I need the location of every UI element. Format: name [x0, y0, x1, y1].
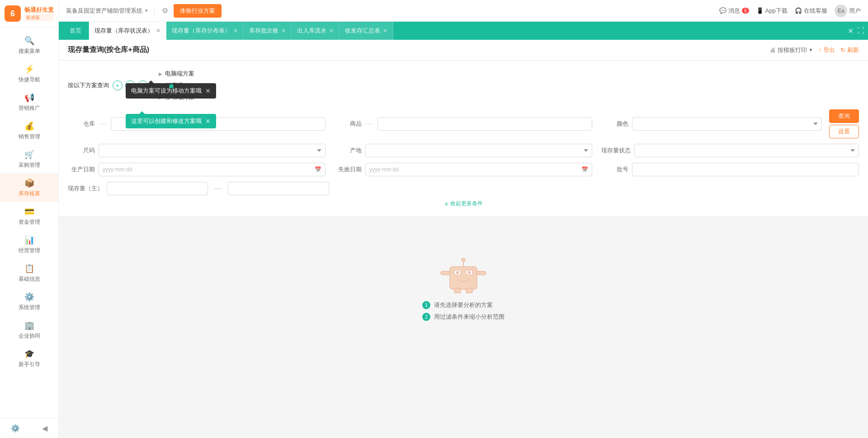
topbar-divider [154, 6, 155, 15]
filter-row-4: 现存量（主） — [68, 182, 859, 195]
tab-batch-ledger[interactable]: 库存批次账 ✕ [244, 22, 292, 40]
tab-close-inventory-dist[interactable]: ✕ [233, 28, 238, 34]
sidebar-item-search[interactable]: 🔍 搜索菜单 [0, 31, 58, 60]
filter-color: 颜色 查询 设置 [601, 109, 859, 138]
stock-qty-max[interactable] [228, 182, 329, 195]
topbar-gear-icon[interactable]: ⚙ [162, 6, 168, 15]
export-button[interactable]: ↑ 导出 [819, 46, 835, 54]
tab-close-all-icon[interactable]: ✕ [848, 27, 854, 35]
schema-popup-close[interactable]: ✕ [205, 87, 211, 94]
tab-close-recv-summary[interactable]: ✕ [383, 28, 387, 34]
page-actions: 🖨 按模板打印 ▼ ↑ 导出 ↻ 刷新 [770, 46, 859, 54]
svg-point-4 [468, 271, 471, 274]
empty-step-2: 2 用过滤条件来缩小分析范围 [422, 313, 505, 321]
svg-point-3 [456, 271, 459, 274]
empty-steps: 1 请先选择要分析的方案 2 用过滤条件来缩小分析范围 [422, 301, 505, 321]
logo-text: 畅通好生意 标准版 [24, 6, 54, 21]
avatar: Ea [835, 5, 847, 17]
sidebar-item-marketing[interactable]: 📢 营销推广 [0, 88, 58, 117]
sidebar-logo: 6 畅通好生意 标准版 [0, 0, 58, 28]
main-area: 装备及固定资产辅助管理系统 ▼ ⚙ 体验行业方案 💬 消息 6 📱 App下载 … [59, 0, 868, 438]
tab-inventory-status[interactable]: 现存量（库存状况表） ✕ [89, 22, 166, 40]
sidebar-item-purchase[interactable]: 🛒 采购管理 [0, 145, 58, 174]
filter-exp-date: 失效日期 yyyy-mm-dd 📅 [335, 163, 592, 176]
filter-size: 尺码 [68, 144, 326, 157]
batch-input[interactable] [632, 163, 859, 176]
trial-button[interactable]: 体验行业方案 [174, 4, 222, 18]
message-button[interactable]: 💬 消息 6 [719, 7, 749, 15]
tab-in-out-flow[interactable]: 出入库流水 ✕ [292, 22, 340, 40]
sidebar-item-enterprise[interactable]: 🏢 企业协同 [0, 316, 58, 344]
svg-rect-10 [466, 288, 472, 293]
svg-rect-0 [450, 267, 477, 289]
empty-illustration [439, 253, 488, 294]
page-content: 现存量查询(按仓库+商品) 🖨 按模板打印 ▼ ↑ 导出 ↻ 刷新 [59, 40, 868, 438]
sidebar-item-inventory[interactable]: 📦 库存核算 [0, 174, 58, 202]
sales-icon: 💰 [24, 121, 34, 131]
filter-batch: 批号 [601, 163, 859, 176]
calendar-icon2: 📅 [581, 166, 588, 173]
prod-date-start[interactable]: yyyy-mm-dd 📅 [99, 163, 326, 176]
add-schema-button[interactable]: + [113, 80, 123, 90]
sidebar-item-basic[interactable]: 📋 基础信息 [0, 259, 58, 287]
stock-status-select[interactable] [634, 144, 859, 157]
reset-button[interactable]: 设置 [829, 125, 859, 138]
headset-icon: 🎧 [795, 7, 802, 14]
chevron-down-icon: ▼ [144, 8, 149, 13]
filter-area: 电脑方案可设为移动方案哦 ✕ 这里可以创建和修改方案哦 ✕ 按以下方案查询 + … [59, 61, 868, 217]
stock-qty-min[interactable] [107, 182, 208, 195]
size-select[interactable] [99, 144, 326, 157]
settings-button[interactable]: ⚙️ [11, 424, 20, 433]
chevron-up-icon: ∧ [444, 201, 448, 207]
color-select[interactable] [632, 117, 822, 131]
system-selector[interactable]: 装备及固定资产辅助管理系统 ▼ [66, 7, 149, 15]
sidebar-item-system[interactable]: ⚙️ 系统管理 [0, 287, 58, 316]
tab-close-batch-ledger[interactable]: ✕ [281, 28, 286, 34]
goods-input[interactable] [377, 117, 592, 131]
sidebar-item-finance[interactable]: 💳 资金管理 [0, 202, 58, 231]
service-button[interactable]: 🎧 在线客服 [795, 7, 827, 15]
sidebar-bottom: ⚙️ ◀ [0, 418, 58, 438]
tab-home[interactable]: 首页 [62, 22, 89, 40]
exp-date-start[interactable]: yyyy-mm-dd 📅 [365, 163, 592, 176]
tab-recv-summary[interactable]: 收发存汇总表 ✕ [340, 22, 393, 40]
tab-inventory-dist[interactable]: 现存量（库存分布表） ✕ [166, 22, 244, 40]
topbar-right: 💬 消息 6 📱 App下载 🎧 在线客服 Ea 用户 [719, 5, 861, 17]
app-download-button[interactable]: 📱 App下载 [756, 7, 788, 15]
topbar: 装备及固定资产辅助管理系统 ▼ ⚙ 体验行业方案 💬 消息 6 📱 App下载 … [59, 0, 868, 22]
svg-rect-9 [454, 288, 461, 293]
tree-arrow-desktop: ▶ [159, 71, 162, 76]
inventory-icon: 📦 [24, 178, 34, 188]
edit-tooltip-close[interactable]: ✕ [205, 118, 211, 125]
calendar-icon: 📅 [315, 166, 321, 173]
export-icon: ↑ [819, 47, 822, 53]
tab-close-inventory-status[interactable]: ✕ [156, 28, 160, 34]
empty-step-1: 1 请先选择要分析的方案 [422, 301, 505, 309]
collapse-sidebar-button[interactable]: ◀ [42, 424, 47, 433]
print-button[interactable]: 🖨 按模板打印 ▼ [770, 46, 813, 54]
search-button[interactable]: 查询 [829, 109, 859, 123]
svg-rect-8 [477, 271, 486, 275]
refresh-button[interactable]: ↻ 刷新 [840, 46, 859, 54]
origin-select[interactable] [365, 144, 592, 157]
schema-desktop[interactable]: ▶ 电脑端方案 [155, 68, 198, 80]
user-button[interactable]: Ea 用户 [835, 5, 861, 17]
sidebar-item-guide[interactable]: 🎓 新手引导 [0, 344, 58, 373]
enterprise-icon: 🏢 [24, 320, 34, 330]
sidebar-item-sales[interactable]: 💰 销售管理 [0, 117, 58, 145]
purchase-icon: 🛒 [24, 150, 34, 160]
filter-row-2: 尺码 产地 现存量状态 [68, 144, 859, 157]
tab-fullscreen-icon[interactable]: ⛶ [857, 27, 864, 35]
tab-close-in-out-flow[interactable]: ✕ [329, 28, 334, 34]
chevron-down-icon: ▼ [809, 47, 813, 52]
edit-tooltip: 这里可以创建和修改方案哦 ✕ [126, 114, 216, 128]
svg-point-6 [462, 258, 465, 262]
system-icon: ⚙️ [24, 292, 34, 302]
filter-collapse[interactable]: ∧ 收起更多条件 [68, 195, 859, 209]
sidebar-item-operation[interactable]: 📊 经营管理 [0, 231, 58, 259]
tabbar: 首页 现存量（库存状况表） ✕ 现存量（库存分布表） ✕ 库存批次账 ✕ 出入库… [59, 22, 868, 40]
guide-icon: 🎓 [24, 349, 34, 359]
refresh-icon: ↻ [840, 47, 845, 53]
sidebar-item-quick[interactable]: ⚡ 快捷导航 [0, 60, 58, 88]
page-title: 现存量查询(按仓库+商品) [68, 45, 149, 55]
